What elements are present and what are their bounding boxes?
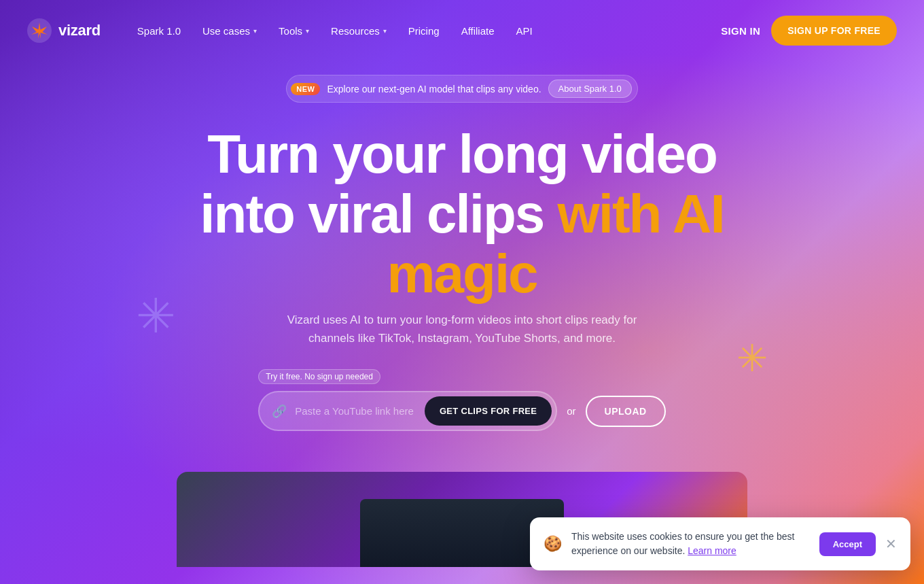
- about-spark-link[interactable]: About Spark 1.0: [548, 80, 632, 98]
- new-banner: NEW Explore our next-gen AI model that c…: [286, 75, 638, 103]
- new-badge: NEW: [291, 83, 320, 95]
- hero-title: Turn your long video into viral clips wi…: [200, 124, 724, 304]
- sign-in-button[interactable]: SIGN IN: [721, 25, 760, 37]
- accept-cookies-button[interactable]: Accept: [819, 532, 876, 556]
- cookie-banner: 🍪 This website uses cookies to ensure yo…: [530, 517, 910, 570]
- youtube-input[interactable]: [295, 405, 416, 417]
- chevron-down-icon: ▾: [253, 27, 257, 35]
- nav-item-api[interactable]: API: [507, 20, 542, 42]
- logo[interactable]: vizard: [27, 18, 101, 43]
- input-row: 🔗 GET CLIPS FOR FREE or UPLOAD: [258, 391, 665, 431]
- hero-title-line2-normal: into viral clips: [200, 184, 557, 244]
- nav-item-resources[interactable]: Resources ▾: [321, 20, 396, 42]
- navbar: vizard Spark 1.0 Use cases ▾ Tools ▾ Res…: [0, 0, 924, 61]
- nav-item-affiliate[interactable]: Affiliate: [452, 20, 504, 42]
- learn-more-link[interactable]: Learn more: [688, 545, 736, 556]
- hero-title-line1: Turn your long video: [207, 124, 717, 184]
- banner-text: Explore our next-gen AI model that clips…: [327, 84, 541, 95]
- upload-button[interactable]: UPLOAD: [586, 396, 666, 427]
- nav-item-tools[interactable]: Tools ▾: [269, 20, 319, 42]
- input-wrapper: Try it free. No sign up needed 🔗 GET CLI…: [258, 369, 665, 472]
- hero-section: NEW Explore our next-gen AI model that c…: [0, 61, 924, 567]
- sign-up-button[interactable]: SIGN UP FOR FREE: [771, 16, 897, 46]
- nav-right: SIGN IN SIGN UP FOR FREE: [721, 16, 897, 46]
- logo-text: vizard: [58, 22, 101, 39]
- nav-item-spark[interactable]: Spark 1.0: [128, 20, 190, 42]
- nav-item-pricing[interactable]: Pricing: [399, 20, 449, 42]
- chevron-down-icon: ▾: [383, 27, 387, 35]
- nav-item-use-cases[interactable]: Use cases ▾: [193, 20, 266, 42]
- link-icon: 🔗: [272, 404, 287, 419]
- chevron-down-icon: ▾: [306, 27, 309, 35]
- cookie-text: This website uses cookies to ensure you …: [571, 530, 810, 558]
- logo-icon: [27, 18, 52, 43]
- hero-subtitle: Vizard uses AI to turn your long-form vi…: [285, 311, 639, 347]
- close-cookie-button[interactable]: ✕: [885, 537, 897, 551]
- hero-title-line3: magic: [387, 243, 537, 304]
- get-clips-button[interactable]: GET CLIPS FOR FREE: [425, 396, 552, 426]
- try-free-label: Try it free. No sign up needed: [258, 369, 380, 384]
- cookie-icon: 🍪: [544, 535, 562, 553]
- or-divider: or: [567, 405, 575, 417]
- hero-title-line2-highlight: with AI: [557, 184, 724, 244]
- youtube-input-container: 🔗 GET CLIPS FOR FREE: [258, 391, 557, 431]
- nav-links: Spark 1.0 Use cases ▾ Tools ▾ Resources …: [128, 20, 721, 42]
